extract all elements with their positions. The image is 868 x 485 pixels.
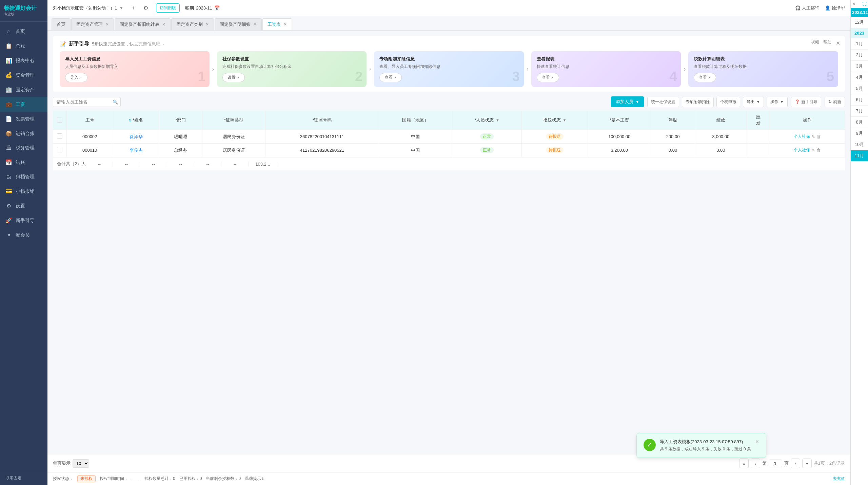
refresh-btn[interactable]: ↻ 刷新 — [825, 97, 845, 107]
toolbar-action-social[interactable]: 统一社保设置 — [647, 97, 679, 107]
calendar-month-9月[interactable]: 9月 — [851, 128, 868, 139]
sidebar-cancel-fixed[interactable]: 取消固定 — [0, 471, 47, 485]
table-header: 工号 ⇅ *姓名 *部门 *证照类型 *证照号码 国籍（地区） *人员状态 ▼ … — [53, 111, 845, 130]
calendar-month-6月[interactable]: 6月 — [851, 94, 868, 106]
cell-name-0[interactable]: 徐泽华 — [113, 130, 159, 144]
user-profile[interactable]: 👤 徐泽华 — [825, 5, 845, 11]
period-selector[interactable]: 账期 2023-11 📅 — [185, 5, 220, 11]
next-page-button[interactable]: › — [791, 459, 800, 468]
ai-consult-button[interactable]: 🎧 人工咨询 — [795, 5, 820, 11]
guide-step-btn-3[interactable]: 查看＞ — [379, 73, 402, 82]
last-page-button[interactable]: » — [802, 459, 812, 468]
sidebar-item-ledger[interactable]: 📋总账 — [0, 39, 47, 53]
auth-status-value: 未授权 — [77, 475, 96, 482]
name-link-1[interactable]: 李俊杰 — [130, 148, 143, 153]
close-panel-icon[interactable]: ✕ — [852, 1, 856, 6]
guide-step-btn-4[interactable]: 查看＞ — [537, 73, 559, 82]
guide-step-btn-5[interactable]: 查看＞ — [694, 73, 716, 82]
guide-close-icon[interactable]: ✕ — [836, 40, 840, 46]
guide-video-link[interactable]: 视频 — [811, 39, 819, 45]
toolbar-action-deduction[interactable]: 专项附加扣除 — [682, 97, 714, 107]
sidebar-item-tax[interactable]: 🏛税务管理 — [0, 141, 47, 155]
tab-depreciation[interactable]: 固定资产折旧统计表✕ — [115, 18, 171, 30]
row-check-1[interactable] — [53, 144, 66, 157]
header-check[interactable] — [53, 111, 66, 130]
sidebar-item-funds[interactable]: 💰资金管理 — [0, 68, 47, 82]
guide-help-link[interactable]: 帮助 — [823, 39, 831, 45]
sidebar-item-close[interactable]: 📅结账 — [0, 155, 47, 170]
switch-version-button[interactable]: 切到旧版 — [156, 3, 180, 13]
name-link-0[interactable]: 徐泽华 — [130, 134, 143, 139]
op-social-0[interactable]: 个人社保 — [794, 134, 810, 139]
settings-icon[interactable]: ⚙ — [141, 3, 151, 13]
calendar-month-8月[interactable]: 8月 — [851, 117, 868, 128]
calendar-month-4月[interactable]: 4月 — [851, 72, 868, 83]
page-input[interactable] — [769, 460, 782, 467]
tab-fixed-assets[interactable]: 固定资产管理✕ — [71, 18, 114, 30]
tab-category[interactable]: 固定资产类别✕ — [171, 18, 214, 30]
search-icon[interactable]: 🔍 — [113, 99, 118, 105]
sidebar-label-salary: 工资 — [16, 101, 25, 108]
tab-close-depreciation[interactable]: ✕ — [162, 22, 165, 27]
op-delete-1[interactable]: 🗑 — [816, 148, 821, 153]
user-name: 徐泽华 — [832, 5, 845, 11]
add-person-button[interactable]: 添加人员 ▼ — [611, 96, 644, 107]
notif-close-icon[interactable]: ✕ — [755, 439, 759, 444]
calendar-month-3月[interactable]: 3月 — [851, 61, 868, 72]
calendar-month-1月[interactable]: 1月 — [851, 38, 868, 50]
row-checkbox-0[interactable] — [57, 133, 62, 139]
guide-step-btn-2[interactable]: 设置＞ — [222, 73, 245, 82]
expand-panel-icon[interactable]: ⛶ — [862, 1, 867, 6]
sidebar-item-guide[interactable]: 🚀新手引导 — [0, 213, 47, 228]
select-all-checkbox[interactable] — [57, 117, 62, 123]
header-report-status[interactable]: 报送状态 ▼ — [522, 111, 588, 130]
op-edit-0[interactable]: ✎ — [811, 134, 815, 139]
table-row: 000010 李俊杰 总经办 居民身份证 412702198206290521 … — [53, 144, 845, 157]
sidebar-item-invoice[interactable]: 📄发票管理 — [0, 112, 47, 126]
go-auth-link[interactable]: 去充值 — [833, 476, 845, 482]
toolbar-action-export[interactable]: 导出▼ — [743, 97, 764, 107]
account-selector[interactable]: 刘小艳演示账套（勿删勿动！）1 ▼ — [53, 5, 123, 11]
sidebar-item-archive[interactable]: 🗂归档管理 — [0, 170, 47, 184]
refresh-icon: ↻ — [828, 99, 832, 104]
sidebar-item-reports[interactable]: 📊报表中心 — [0, 53, 47, 68]
page-size-select[interactable]: 10 20 50 — [73, 459, 89, 468]
sidebar-item-inventory[interactable]: 📦进销台账 — [0, 126, 47, 141]
calendar-month-12月[interactable]: 12月 — [851, 17, 868, 28]
tab-detail[interactable]: 固定资产明细账✕ — [215, 18, 262, 30]
calendar-month-11月[interactable]: 11月 — [851, 150, 868, 162]
header-name[interactable]: ⇅ *姓名 — [113, 111, 159, 130]
guide-step-btn-1[interactable]: 导入＞ — [65, 73, 87, 82]
calendar-month-10月[interactable]: 10月 — [851, 139, 868, 150]
add-icon[interactable]: ＋ — [129, 3, 138, 13]
op-edit-1[interactable]: ✎ — [811, 148, 815, 153]
sidebar-item-vip[interactable]: ✦畅会员 — [0, 228, 47, 242]
search-input[interactable] — [53, 97, 121, 107]
op-delete-0[interactable]: 🗑 — [816, 134, 821, 139]
calendar-month-5月[interactable]: 5月 — [851, 83, 868, 94]
tab-salary[interactable]: 工资表✕ — [262, 18, 292, 30]
row-checkbox-1[interactable] — [57, 147, 62, 152]
first-page-button[interactable]: « — [739, 459, 749, 468]
sidebar-item-fixed[interactable]: 🏢固定资产 — [0, 82, 47, 97]
cell-name-1[interactable]: 李俊杰 — [113, 144, 159, 157]
toolbar-action-operation[interactable]: 操作▼ — [767, 97, 788, 107]
header-status[interactable]: *人员状态 ▼ — [452, 111, 522, 130]
tab-close-detail[interactable]: ✕ — [253, 22, 257, 27]
calendar-month-7月[interactable]: 7月 — [851, 106, 868, 117]
row-check-0[interactable] — [53, 130, 66, 144]
op-social-1[interactable]: 个人社保 — [794, 147, 810, 153]
guide-btn[interactable]: ❓ 新手引导 — [791, 97, 821, 107]
calendar-month-2月[interactable]: 2月 — [851, 50, 868, 61]
sidebar-item-settings[interactable]: ⚙设置 — [0, 199, 47, 213]
toolbar-action-label-export: 导出 — [747, 99, 755, 105]
tab-home[interactable]: 首页 — [52, 18, 71, 30]
tab-close-fixed-assets[interactable]: ✕ — [105, 22, 109, 27]
toolbar-action-tax[interactable]: 个税申报 — [716, 97, 740, 107]
tab-close-category[interactable]: ✕ — [205, 22, 209, 27]
tab-close-salary[interactable]: ✕ — [283, 22, 287, 27]
sidebar-item-expense[interactable]: 💳小畅报销 — [0, 184, 47, 199]
sidebar-item-salary[interactable]: 💼工资 — [0, 97, 47, 112]
prev-page-button[interactable]: ‹ — [751, 459, 760, 468]
sidebar-item-home[interactable]: ⌂首页 — [0, 24, 47, 39]
